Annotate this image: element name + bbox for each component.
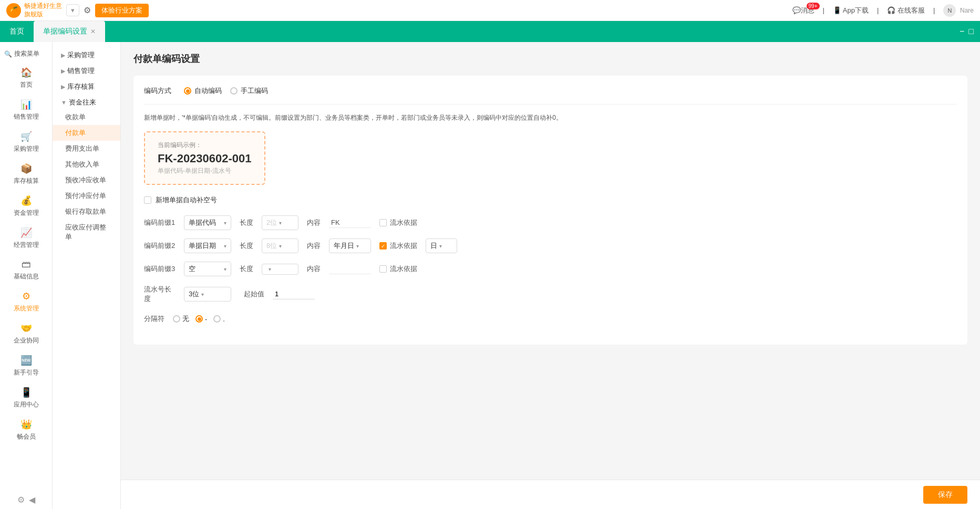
prefix3-content-input[interactable] — [329, 264, 371, 274]
sidebar-item-finance[interactable]: 💰 资金管理 — [0, 191, 52, 222]
sidebar-item-receipt[interactable]: 收款单 — [53, 109, 120, 125]
guide-icon: 🆕 — [20, 355, 32, 366]
sidebar-item-prepay-recv[interactable]: 预收冲应收单 — [53, 172, 120, 188]
prefix2-len-value: 8位 — [266, 241, 277, 251]
collapse-icon[interactable]: ◀ — [29, 495, 35, 505]
prefix1-select[interactable]: 单据代码 ▾ — [184, 215, 231, 230]
radio-auto-encode[interactable]: 自动编码 — [184, 86, 222, 96]
sidebar-item-system[interactable]: ⚙ 系统管理 — [0, 286, 52, 317]
search-menu-btn[interactable]: 🔍 搜索菜单 — [0, 46, 52, 61]
radio-manual-encode[interactable]: 手工编码 — [230, 86, 268, 96]
prefix2-serial-follow: ✓ 流水依据 — [379, 241, 417, 251]
sidebar-section-sales[interactable]: ▶ 销售管理 — [53, 62, 120, 78]
encode-method-label: 编码方式 — [144, 86, 171, 96]
topbar-sep2: | — [877, 6, 879, 14]
checkbox-check-icon: ✓ — [381, 243, 385, 249]
prefix1-len-select[interactable]: 2位 ▾ — [262, 215, 298, 230]
serial-len-value: 3位 — [189, 289, 199, 299]
prefix2-len-label: 长度 — [240, 241, 253, 251]
sidebar-item-collab[interactable]: 🤝 企业协同 — [0, 318, 52, 349]
encode-method-row: 编码方式 自动编码 手工编码 — [144, 86, 957, 105]
sidebar-item-recv-adj[interactable]: 应收应付调整单 — [53, 220, 120, 245]
sidebar-item-inventory[interactable]: 📦 库存核算 — [0, 159, 52, 190]
prefix3-label: 编码前缀3 — [144, 264, 176, 274]
separator-row: 分隔符 无 - — [144, 314, 957, 324]
prefix2-content-select[interactable]: 年月日 ▾ — [329, 238, 371, 253]
chevron-down-icon: ▼ — [61, 99, 67, 106]
serial-len-select[interactable]: 3位 ▾ — [184, 287, 231, 302]
prefix1-serial-follow-checkbox[interactable] — [379, 219, 387, 226]
topbar-sep: | — [823, 6, 824, 14]
prefix2-len-select[interactable]: 8位 ▾ — [262, 238, 298, 253]
sidebar-item-home[interactable]: 🏠 首页 — [0, 63, 52, 94]
user-name[interactable]: N Nare — [943, 4, 974, 17]
sidebar-item-purchase[interactable]: 🛒 采购管理 — [0, 127, 52, 158]
minimize-icon[interactable]: − — [960, 27, 964, 36]
prefix2-content-arrow-icon: ▾ — [356, 243, 359, 249]
prefix3-serial-follow-label: 流水依据 — [390, 264, 417, 274]
tab-serial-coding[interactable]: 单据编码设置 ✕ — [34, 21, 105, 42]
sidebar-item-bank-deposit[interactable]: 银行存取款单 — [53, 204, 120, 220]
service-btn[interactable]: 🎧 在线客服 — [887, 6, 925, 15]
app-label: App下载 — [843, 6, 869, 14]
message-icon: 💬 — [792, 6, 801, 14]
topbar-sep3: | — [933, 6, 935, 14]
sidebar-item-payment[interactable]: 付款单 — [53, 125, 120, 141]
prefix1-len-label: 长度 — [240, 218, 253, 227]
promo-button[interactable]: 体验行业方案 — [95, 4, 149, 17]
radio-auto-dot — [186, 89, 190, 93]
dropdown-btn[interactable]: ▾ — [66, 4, 79, 16]
bottom-settings-icon[interactable]: ⚙ — [17, 495, 25, 505]
main-layout: 🔍 搜索菜单 🏠 首页 📊 销售管理 🛒 采购管理 📦 库存核算 💰 资金管理 … — [0, 42, 980, 509]
sidebar-section-purchase[interactable]: ▶ 采购管理 — [53, 46, 120, 62]
save-button[interactable]: 保存 — [923, 486, 967, 504]
prefix3-select[interactable]: 空 ▾ — [184, 262, 231, 276]
basics-icon: 🗃 — [22, 259, 31, 270]
settings-icon[interactable]: ⚙ — [84, 5, 91, 15]
sep-dash-radio[interactable]: - — [195, 315, 207, 323]
start-val-input[interactable] — [273, 289, 315, 299]
prefix1-len-value: 2位 — [266, 218, 277, 227]
tab-close-icon[interactable]: ✕ — [90, 28, 96, 35]
settings-card: 编码方式 自动编码 手工编码 — [133, 76, 967, 345]
autofill-label: 新增单据自动补空号 — [156, 195, 217, 205]
sidebar-item-member[interactable]: 👑 畅会员 — [0, 414, 52, 445]
sidebar-item-prepay-pay[interactable]: 预付冲应付单 — [53, 188, 120, 204]
sidebar-item-apps[interactable]: 📱 应用中心 — [0, 382, 52, 413]
sep-none-radio[interactable]: 无 — [173, 314, 189, 324]
prefix2-period-select[interactable]: 日 ▾ — [426, 238, 457, 253]
autofill-checkbox-row: 新增单据自动补空号 — [144, 195, 957, 205]
chevron-right-icon3: ▶ — [61, 84, 65, 90]
sidebar-item-operations[interactable]: 📈 经营管理 — [0, 223, 52, 254]
prefix2-value: 单据日期 — [189, 241, 222, 251]
prefix1-label: 编码前缀1 — [144, 218, 176, 227]
sidebar-item-basics[interactable]: 🗃 基础信息 — [0, 255, 52, 285]
sidebar-item-guide[interactable]: 🆕 新手引导 — [0, 350, 52, 381]
prefix1-serial-follow: 流水依据 — [379, 218, 417, 227]
sidebar-item-expense[interactable]: 费用支出单 — [53, 141, 120, 157]
sidebar-section-inventory[interactable]: ▶ 库存核算 — [53, 78, 120, 94]
example-code: FK-20230602-001 — [158, 152, 252, 165]
app-download-btn[interactable]: 📱 App下载 — [833, 6, 869, 15]
prefix2-len-arrow-icon: ▾ — [279, 243, 282, 249]
radio-auto-circle — [184, 87, 191, 95]
home-icon: 🏠 — [20, 67, 32, 78]
prefix1-content-input[interactable] — [329, 217, 371, 228]
system-icon: ⚙ — [22, 290, 30, 302]
prefix2-select[interactable]: 单据日期 ▾ — [184, 238, 231, 253]
prefix3-serial-follow-checkbox[interactable] — [379, 265, 387, 273]
separator-label: 分隔符 — [144, 314, 164, 324]
message-btn[interactable]: 💬 消息 99+ — [792, 6, 814, 15]
sidebar-item-other-income[interactable]: 其他收入单 — [53, 157, 120, 172]
tab-home[interactable]: 首页 — [0, 21, 34, 42]
prefix3-len-select[interactable]: ▾ — [262, 264, 298, 275]
sidebar-item-sales[interactable]: 📊 销售管理 — [0, 95, 52, 126]
example-desc: 单据代码-单据日期-流水号 — [158, 167, 252, 175]
prefix2-row: 编码前缀2 单据日期 ▾ 长度 8位 ▾ 内容 年月日 ▾ — [144, 238, 957, 253]
prefix2-serial-follow-checkbox[interactable]: ✓ — [379, 242, 387, 250]
maximize-icon[interactable]: □ — [968, 27, 974, 36]
sidebar-section-capital[interactable]: ▼ 资金往来 — [53, 94, 120, 109]
autofill-checkbox[interactable] — [144, 196, 151, 204]
sep-dot-radio[interactable]: . — [213, 315, 225, 323]
radio-manual-circle — [230, 87, 238, 95]
